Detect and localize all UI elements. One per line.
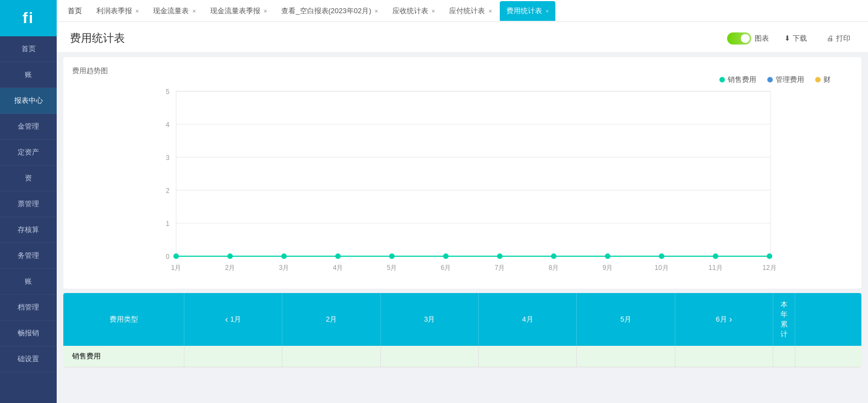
svg-text:1: 1 <box>166 220 170 228</box>
svg-text:7月: 7月 <box>495 264 505 272</box>
th-month-5: 5月 <box>577 293 675 346</box>
sales-dot-3 <box>281 253 287 259</box>
close-tab-payable[interactable]: × <box>488 8 492 14</box>
sales-dot-9 <box>605 253 610 259</box>
sidebar-item-basic-settings[interactable]: 础设置 <box>0 346 57 372</box>
main-content: 首页 利润表季报 × 现金流量表 × 现金流量表季报 × 查看_空白报表(202… <box>57 0 868 403</box>
download-button[interactable]: ⬇ 下载 <box>780 31 811 46</box>
tab-bar: 首页 利润表季报 × 现金流量表 × 现金流量表季报 × 查看_空白报表(202… <box>57 0 868 22</box>
chart-toggle-label: 图表 <box>755 34 769 43</box>
close-tab-expense-stats[interactable]: × <box>545 8 549 14</box>
sidebar-item-ledger[interactable]: 账 <box>0 269 57 295</box>
prev-arrow-icon[interactable]: ‹ <box>225 314 228 324</box>
chart-svg-area: 5 4 3 2 1 0 <box>72 80 853 280</box>
tab-cashflow-quarterly[interactable]: 现金流量表季报 × <box>204 1 274 21</box>
sidebar-item-capital[interactable]: 资 <box>0 165 57 191</box>
svg-text:1月: 1月 <box>171 264 182 272</box>
table-row-sales: 销售费用 <box>63 346 861 367</box>
print-icon: 🖨 <box>827 34 834 42</box>
table-section: 费用类型 ‹ 1月 2月 3月 4月 5月 <box>63 293 861 367</box>
svg-text:3: 3 <box>166 154 170 162</box>
sidebar-item-fund-management[interactable]: 金管理 <box>0 114 57 140</box>
td-sales-m1 <box>184 346 282 367</box>
svg-text:8月: 8月 <box>549 264 559 272</box>
close-tab-cashflow[interactable]: × <box>192 8 195 14</box>
sales-dot-1 <box>173 253 179 259</box>
sales-dot-5 <box>389 253 395 259</box>
print-button[interactable]: 🖨 打印 <box>822 31 855 46</box>
tab-expense-stats[interactable]: 费用统计表 × <box>500 1 555 21</box>
sidebar-item-home[interactable]: 首页 <box>0 36 57 62</box>
th-month-6[interactable]: 6月 › <box>675 293 773 346</box>
close-tab-profit-quarterly[interactable]: × <box>135 8 139 14</box>
tab-payable[interactable]: 应付统计表 × <box>443 1 498 21</box>
sales-dot-6 <box>443 253 449 259</box>
tab-blank-report[interactable]: 查看_空白报表(2023年02月) × <box>275 1 385 21</box>
sales-dot-7 <box>497 253 503 259</box>
next-arrow-icon[interactable]: › <box>729 314 732 324</box>
td-sales-ytd <box>773 346 795 367</box>
sales-dot-2 <box>227 253 233 259</box>
table-header: 费用类型 ‹ 1月 2月 3月 4月 5月 <box>63 293 861 346</box>
content-area: 费用统计表 图表 ⬇ 下载 🖨 打印 费用趋势图 <box>57 22 868 403</box>
th-type: 费用类型 <box>63 293 184 346</box>
tab-receivable[interactable]: 应收统计表 × <box>386 1 441 21</box>
sales-dot-12 <box>767 253 772 259</box>
th-month-4: 4月 <box>479 293 577 346</box>
th-month-2: 2月 <box>282 293 380 346</box>
td-sales-m2 <box>282 346 380 367</box>
svg-text:6月: 6月 <box>441 264 451 272</box>
svg-text:4月: 4月 <box>333 264 343 272</box>
page-title: 费用统计表 <box>70 31 125 46</box>
chart-toggle-wrap: 图表 <box>727 32 769 45</box>
svg-text:12月: 12月 <box>762 264 776 272</box>
sidebar: fi 首页 账 报表中心 金管理 定资产 资 票管理 存核算 务管理 账 档管理… <box>0 0 57 403</box>
sales-dot-8 <box>551 253 556 259</box>
sales-dot-4 <box>335 253 341 259</box>
close-tab-cashflow-quarterly[interactable]: × <box>264 8 267 14</box>
close-tab-receivable[interactable]: × <box>432 8 435 14</box>
sidebar-item-account[interactable]: 账 <box>0 62 57 88</box>
sidebar-item-inventory[interactable]: 存核算 <box>0 217 57 243</box>
sidebar-item-business-management[interactable]: 务管理 <box>0 243 57 269</box>
sidebar-item-ticket-management[interactable]: 票管理 <box>0 191 57 217</box>
tab-profit-quarterly[interactable]: 利润表季报 × <box>90 1 145 21</box>
svg-rect-12 <box>176 91 771 256</box>
th-nav-prev[interactable]: ‹ 1月 <box>184 293 282 346</box>
td-sales-m5 <box>577 346 675 367</box>
header-actions: 图表 ⬇ 下载 🖨 打印 <box>727 31 855 46</box>
svg-text:5: 5 <box>166 88 170 96</box>
td-sales-m6 <box>675 346 773 367</box>
td-type-sales: 销售费用 <box>63 346 184 367</box>
svg-text:9月: 9月 <box>603 264 613 272</box>
sales-dot-11 <box>713 253 718 259</box>
page-header: 费用统计表 图表 ⬇ 下载 🖨 打印 <box>57 22 868 53</box>
svg-text:11月: 11月 <box>708 264 722 272</box>
td-sales-m3 <box>381 346 479 367</box>
svg-text:0: 0 <box>166 253 170 261</box>
sidebar-logo: fi <box>0 0 57 36</box>
svg-text:2月: 2月 <box>225 264 236 272</box>
sidebar-item-expense-report[interactable]: 畅报销 <box>0 321 57 346</box>
sales-dot-10 <box>659 253 664 259</box>
chart-toggle[interactable] <box>727 32 751 45</box>
tab-cashflow[interactable]: 现金流量表 × <box>146 1 202 21</box>
th-month-3: 3月 <box>381 293 479 346</box>
svg-text:3月: 3月 <box>279 264 290 272</box>
download-icon: ⬇ <box>784 34 790 42</box>
td-sales-m4 <box>479 346 577 367</box>
sidebar-item-fixed-assets[interactable]: 定资产 <box>0 140 57 165</box>
tab-home[interactable]: 首页 <box>61 1 89 21</box>
th-ytd: 本年累计 <box>773 293 795 346</box>
svg-text:5月: 5月 <box>387 264 397 272</box>
sidebar-item-archive-management[interactable]: 档管理 <box>0 295 57 321</box>
close-tab-blank-report[interactable]: × <box>375 8 378 14</box>
sidebar-item-report-center[interactable]: 报表中心 <box>0 88 57 114</box>
svg-text:4: 4 <box>166 121 170 129</box>
svg-text:10月: 10月 <box>654 264 668 272</box>
chart-svg: 5 4 3 2 1 0 <box>72 80 853 278</box>
chart-section: 费用趋势图 销售费用 管理费用 财 <box>63 57 861 289</box>
svg-text:2: 2 <box>166 187 170 195</box>
